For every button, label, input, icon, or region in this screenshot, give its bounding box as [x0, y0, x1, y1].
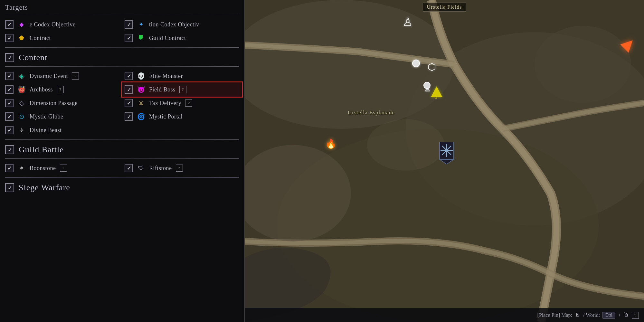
person-marker-1: ♙ [402, 15, 413, 29]
checkbox-tax-delivery[interactable] [125, 99, 133, 107]
area-label: Urstella Fields [423, 3, 466, 12]
field-boss-label: Field Boss [149, 86, 175, 93]
shield-banner-marker [438, 142, 456, 164]
plus-label: + [618, 312, 621, 318]
content-section-check[interactable] [5, 53, 14, 62]
checkbox-contract[interactable] [5, 34, 14, 42]
list-item[interactable]: ⬟ Contract [3, 31, 122, 45]
tax-delivery-icon: ⚔ [136, 98, 146, 108]
siege-check[interactable] [5, 183, 14, 192]
list-item[interactable]: 🌀 Mystic Portal [122, 110, 242, 123]
content-section-header: Content [0, 50, 244, 64]
checkbox-dynamic-event[interactable] [5, 72, 14, 80]
checkbox-codex-obj[interactable] [5, 20, 14, 29]
boonstone-help[interactable]: ? [60, 165, 67, 172]
elite-monster-icon: 💀 [136, 71, 146, 81]
guild-contract-label: Guild Contract [149, 35, 186, 42]
checkbox-field-boss[interactable] [125, 85, 133, 94]
checkbox-mystic-globe[interactable] [5, 112, 14, 121]
checkbox-guild-contract[interactable] [125, 34, 133, 42]
list-item[interactable]: ⚔ Tax Delivery ? [122, 96, 242, 110]
divider [5, 139, 239, 140]
checkbox-mystic-portal[interactable] [125, 112, 133, 121]
mouse-icon-2: 🖱 [623, 312, 629, 318]
list-item[interactable]: 💀 Elite Monster [122, 69, 242, 83]
bottom-help-badge[interactable]: ? [632, 312, 639, 319]
filter-panel[interactable]: Targets ◆ e Codex Objective ✦ tion Codex… [0, 0, 245, 322]
map-bottom-bar: [Place Pin] Map: 🖱 / World: Ctrl + 🖱 ? [245, 308, 644, 322]
codex-obj-label: e Codex Objective [30, 21, 75, 28]
dimension-icon: ◇ [17, 98, 26, 108]
checkbox-boonstone[interactable] [5, 164, 14, 172]
svg-marker-8 [440, 159, 454, 164]
codex-obj2-label: tion Codex Objectiv [149, 21, 199, 28]
checkbox-codex-obj2[interactable] [125, 20, 133, 29]
divider [5, 47, 239, 48]
codex2-icon: ✦ [136, 20, 146, 29]
checkbox-riftstone[interactable] [125, 164, 133, 172]
svg-point-6 [367, 119, 444, 171]
list-item[interactable]: ◆ e Codex Objective [3, 18, 122, 31]
elite-monster-label: Elite Monster [149, 73, 183, 80]
dynamic-event-label: Dynamic Event [30, 73, 68, 80]
boonstone-label: Boonstone [30, 165, 56, 172]
list-item[interactable]: ◇ Dimension Passage [3, 96, 122, 110]
list-item[interactable]: ◈ Dynamic Event ? [3, 69, 122, 83]
content-grid: ◈ Dynamic Event ? 💀 Elite Monster 👹 Arch… [0, 69, 244, 137]
list-item[interactable]: ✈ Divine Beast [3, 123, 122, 137]
world-label: / World: [583, 312, 600, 318]
checkbox-archboss[interactable] [5, 85, 14, 94]
guild-battle-section-header: Guild Battle [0, 142, 244, 156]
mouse-icon-1: 🖱 [575, 312, 581, 318]
divine-beast-label: Divine Beast [30, 127, 62, 134]
dimension-label: Dimension Passage [30, 100, 78, 107]
content-title: Content [19, 53, 47, 62]
archboss-icon: 👹 [17, 85, 26, 94]
dynamic-event-help[interactable]: ? [72, 72, 79, 80]
ctrl-key: Ctrl [602, 312, 615, 319]
checkbox-elite-monster[interactable] [125, 72, 133, 80]
empty-cell [122, 123, 242, 137]
list-item[interactable]: 🛡 Riftstone ? [122, 161, 242, 175]
mystic-portal-icon: 🌀 [136, 112, 146, 121]
siege-title: Siege Warfare [19, 183, 70, 193]
field-boss-help[interactable]: ? [179, 86, 186, 93]
list-item[interactable]: ⊙ Mystic Globe [3, 110, 122, 123]
mystic-globe-label: Mystic Globe [30, 113, 63, 120]
siege-section-header: Siege Warfare [0, 180, 244, 194]
tax-delivery-help[interactable]: ? [185, 99, 192, 107]
list-item[interactable]: ✶ Boonstone ? [3, 161, 122, 175]
circle-marker-1 [412, 60, 420, 67]
map-panel: Urstella Fields Urstella Esplanade ♙ ⬡ ♜… [245, 0, 644, 322]
list-item[interactable]: ✦ tion Codex Objectiv [122, 18, 242, 31]
list-item[interactable]: 👹 Archboss ? [3, 83, 122, 96]
targets-section-title: Targets [5, 3, 28, 11]
divine-beast-icon: ✈ [17, 125, 26, 135]
archboss-help[interactable]: ? [57, 86, 64, 93]
boonstone-grid: ✶ Boonstone ? 🛡 Riftstone ? [0, 161, 244, 175]
dynamic-event-icon: ◈ [17, 71, 26, 81]
boonstone-icon: ✶ [17, 163, 26, 173]
person-marker-2: ⬡ [428, 61, 436, 72]
checkbox-dimension[interactable] [5, 99, 14, 107]
contract-label: Contract [30, 35, 51, 42]
divider [5, 158, 239, 159]
divider [5, 66, 239, 67]
svg-point-5 [535, 26, 631, 103]
guild-contract-icon: ⛊ [136, 33, 146, 43]
triangle-marker [431, 86, 442, 97]
field-boss-item[interactable]: 👿 Field Boss ? [122, 83, 242, 96]
guild-battle-title: Guild Battle [19, 145, 64, 155]
tax-delivery-label: Tax Delivery [149, 100, 181, 107]
place-pin-text: [Place Pin] Map: [537, 312, 572, 318]
list-item[interactable]: ⛊ Guild Contract [122, 31, 242, 45]
targets-grid: ◆ e Codex Objective ✦ tion Codex Objecti… [0, 17, 244, 45]
checkbox-divine-beast[interactable] [5, 126, 14, 134]
archboss-label: Archboss [30, 86, 53, 93]
codex-icon: ◆ [17, 20, 26, 29]
circle-marker-2 [423, 82, 431, 89]
mystic-portal-label: Mystic Portal [149, 113, 183, 120]
riftstone-help[interactable]: ? [176, 165, 183, 172]
field-boss-icon: 👿 [136, 85, 146, 94]
guild-battle-check[interactable] [5, 145, 14, 154]
